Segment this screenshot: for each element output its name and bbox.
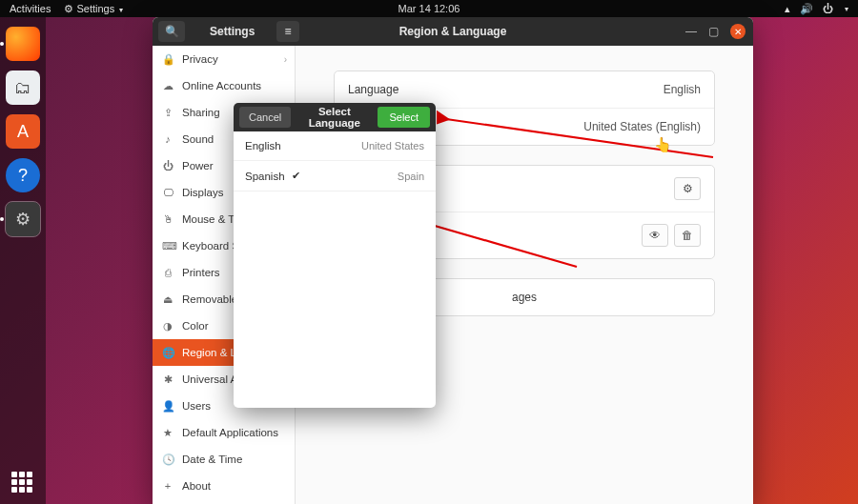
firefox-icon[interactable]: [6, 27, 40, 61]
power-icon[interactable]: ⏻: [823, 3, 833, 14]
settings-icon[interactable]: ⚙: [6, 202, 40, 236]
language-country: Spain: [398, 171, 424, 182]
window-title-page: Region & Language: [399, 25, 507, 38]
chevron-down-icon: ▾: [119, 6, 123, 14]
titlebar: 🔍 Settings ≡ Region & Language — ▢ ✕: [153, 17, 753, 46]
sidebar-icon: ⌨: [162, 240, 174, 252]
sidebar-item-label: About: [182, 480, 211, 492]
sidebar-icon: ⏏: [162, 293, 174, 306]
sidebar-item-date-time[interactable]: 🕓Date & Time: [153, 446, 295, 473]
sidebar-icon: ◑: [162, 320, 174, 333]
sidebar-item-label: Users: [182, 400, 211, 412]
sidebar-item-privacy[interactable]: 🔒Privacy›: [153, 46, 295, 72]
sidebar-icon: 🌐: [162, 347, 174, 359]
sidebar-item-label: Online Accounts: [182, 80, 261, 91]
manage-languages-label: ages: [512, 291, 537, 304]
select-language-dialog: Cancel Select Language Select EnglishUni…: [234, 103, 436, 408]
language-country: United States: [361, 140, 424, 151]
sidebar-item-label: Power: [182, 160, 214, 171]
language-name: English: [245, 140, 281, 151]
sidebar-item-about[interactable]: +About: [153, 473, 295, 499]
language-label: Language: [348, 83, 398, 96]
formats-value: United States (English): [583, 120, 701, 133]
files-icon[interactable]: 🗂: [6, 71, 40, 105]
menu-icon: ≡: [284, 25, 291, 38]
search-icon: 🔍: [165, 25, 179, 38]
check-icon: ✔: [292, 170, 300, 182]
activities-button[interactable]: Activities: [10, 3, 51, 14]
cancel-button[interactable]: Cancel: [239, 107, 291, 128]
show-applications-icon[interactable]: [11, 472, 32, 493]
gear-icon: ⚙: [64, 3, 73, 14]
app-menu[interactable]: ⚙ Settings ▾: [64, 3, 123, 15]
close-button[interactable]: ✕: [730, 24, 746, 39]
sidebar-item-label: Color: [182, 320, 208, 332]
dialog-title: Select Language: [291, 106, 378, 129]
sidebar-icon: ♪: [162, 133, 174, 145]
sidebar-item-online-accounts[interactable]: ☁Online Accounts: [153, 72, 295, 99]
volume-icon[interactable]: 🔊: [800, 3, 813, 15]
network-icon[interactable]: ▴: [785, 3, 790, 15]
language-name: Spanish ✔: [245, 170, 300, 182]
eye-icon: 👁: [649, 229, 661, 242]
sidebar-icon: 🔒: [162, 53, 174, 66]
sidebar-icon: 👤: [162, 400, 174, 413]
hamburger-button[interactable]: ≡: [276, 21, 299, 42]
sidebar-item-label: Displays: [182, 187, 223, 198]
sidebar-icon: 🖵: [162, 187, 174, 198]
chevron-right-icon: ›: [284, 54, 287, 65]
sidebar-icon: 🕓: [162, 454, 174, 466]
sidebar-item-label: Printers: [182, 267, 220, 278]
select-button[interactable]: Select: [378, 107, 430, 128]
delete-button[interactable]: 🗑: [674, 224, 701, 247]
sidebar-item-default-applications[interactable]: ★Default Applications: [153, 419, 295, 446]
sidebar-item-label: Sharing: [182, 107, 220, 118]
top-panel: Activities ⚙ Settings ▾ Mar 14 12:06 ▴ 🔊…: [0, 0, 858, 17]
trash-icon: 🗑: [682, 229, 693, 242]
preview-button[interactable]: 👁: [642, 224, 668, 247]
sidebar-icon: +: [162, 480, 174, 492]
gear-icon: ⚙: [683, 182, 693, 195]
sidebar-item-label: Privacy: [182, 53, 218, 65]
language-option-spanish[interactable]: Spanish ✔Spain: [234, 161, 436, 192]
maximize-button[interactable]: ▢: [708, 25, 719, 38]
chevron-down-icon[interactable]: ▾: [845, 5, 848, 13]
sidebar-icon: 🖱: [162, 213, 174, 225]
language-value: English: [664, 83, 701, 96]
language-option-english[interactable]: EnglishUnited States: [234, 131, 436, 161]
sidebar-icon: ✱: [162, 373, 174, 386]
sidebar-item-label: Sound: [182, 133, 214, 145]
sidebar-item-label: Default Applications: [182, 427, 278, 438]
sidebar-icon: ⇪: [162, 107, 174, 119]
options-button[interactable]: ⚙: [674, 177, 701, 200]
sidebar-icon: ⎙: [162, 267, 174, 278]
search-button[interactable]: 🔍: [158, 21, 185, 42]
dock: 🗂 A ? ⚙: [0, 17, 46, 504]
help-icon[interactable]: ?: [6, 158, 40, 192]
sidebar-item-label: Date & Time: [182, 454, 242, 465]
ubuntu-software-icon[interactable]: A: [6, 114, 40, 149]
clock[interactable]: Mar 14 12:06: [398, 3, 460, 14]
window-title-app: Settings: [210, 25, 255, 38]
sidebar-icon: ⏻: [162, 160, 174, 171]
sidebar-icon: ☁: [162, 80, 174, 92]
sidebar-icon: ★: [162, 427, 174, 439]
minimize-button[interactable]: —: [685, 25, 697, 38]
